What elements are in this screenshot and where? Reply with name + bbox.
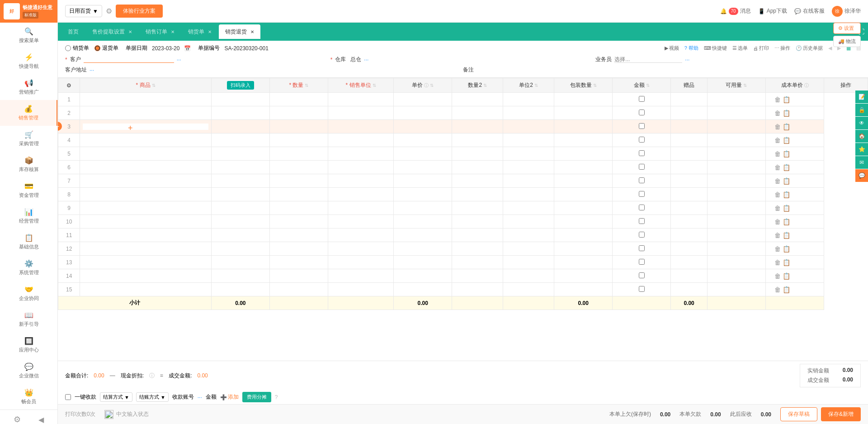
price-cell[interactable] bbox=[328, 106, 393, 120]
qty2-cell[interactable] bbox=[394, 256, 452, 269]
unit-cell[interactable] bbox=[269, 174, 328, 188]
notice-btn[interactable]: 🔔 70 消息 bbox=[720, 7, 751, 15]
app-download-btn[interactable]: 📱 App下载 bbox=[758, 7, 787, 15]
copy-row-btn[interactable]: 📋 bbox=[783, 150, 790, 157]
amount-cell[interactable] bbox=[554, 201, 613, 215]
user-info[interactable]: 徐 徐泽华 bbox=[832, 6, 861, 17]
qty-cell[interactable] bbox=[211, 161, 269, 174]
copy-row-btn[interactable]: 📋 bbox=[783, 110, 790, 117]
tab-sale-delivery[interactable]: 销货单 ✕ bbox=[182, 24, 218, 39]
goods-cell[interactable]: + bbox=[80, 120, 211, 133]
unit-cell[interactable] bbox=[269, 256, 328, 269]
save-draft-btn[interactable]: 保存草稿 bbox=[780, 407, 817, 421]
qty-cell[interactable] bbox=[211, 256, 269, 269]
goods-cell[interactable] bbox=[80, 256, 211, 269]
cost-cell[interactable] bbox=[707, 215, 765, 229]
calendar-icon[interactable]: 📅 bbox=[184, 45, 191, 52]
sort-icon[interactable]: ⇅ bbox=[373, 83, 376, 88]
gift-cell[interactable] bbox=[613, 188, 671, 201]
price-cell[interactable] bbox=[328, 120, 393, 133]
copy-row-btn[interactable]: 📋 bbox=[783, 272, 790, 280]
fee-split-btn[interactable]: 费用分摊 bbox=[242, 392, 271, 402]
sort-icon[interactable]: ⇅ bbox=[743, 83, 747, 88]
industry-select[interactable]: 日用百货 ▼ bbox=[65, 5, 102, 17]
available-cell[interactable] bbox=[671, 93, 708, 106]
gift-checkbox[interactable] bbox=[639, 245, 645, 251]
sidebar-item-system[interactable]: ⚙️ 系统管理 bbox=[0, 255, 57, 281]
available-cell[interactable] bbox=[671, 174, 708, 188]
unit-cell[interactable] bbox=[269, 93, 328, 106]
sidebar-item-apps[interactable]: 🔲 应用中心 bbox=[0, 332, 57, 358]
gift-cell[interactable] bbox=[613, 283, 671, 296]
goods-cell[interactable] bbox=[80, 201, 211, 215]
cost-cell[interactable] bbox=[707, 256, 765, 269]
unit-cell[interactable] bbox=[269, 242, 328, 256]
gift-cell[interactable] bbox=[613, 201, 671, 215]
copy-row-btn[interactable]: 📋 bbox=[783, 259, 790, 266]
select-order-btn[interactable]: ☰ 选单 bbox=[732, 45, 748, 52]
gift-checkbox[interactable] bbox=[639, 150, 645, 156]
sort-icon[interactable]: ⇅ bbox=[646, 83, 650, 88]
goods-cell[interactable] bbox=[80, 133, 211, 147]
collapse-icon[interactable]: ◀ bbox=[38, 415, 44, 424]
price-cell[interactable] bbox=[328, 242, 393, 256]
available-cell[interactable] bbox=[671, 147, 708, 161]
qty2-cell[interactable] bbox=[394, 147, 452, 161]
history-btn[interactable]: 🕐 历史单据 bbox=[796, 45, 823, 52]
available-cell[interactable] bbox=[671, 229, 708, 242]
amount-cell[interactable] bbox=[554, 256, 613, 269]
right-edge-lock[interactable]: 🔒 bbox=[855, 104, 868, 116]
amount-cell[interactable] bbox=[554, 242, 613, 256]
gift-cell[interactable] bbox=[613, 215, 671, 229]
sidebar-item-purchase[interactable]: 🛒 采购管理 bbox=[0, 126, 57, 152]
price-cell[interactable] bbox=[328, 256, 393, 269]
experience-btn[interactable]: 体验行业方案 bbox=[116, 5, 163, 18]
unit-cell[interactable] bbox=[269, 147, 328, 161]
delete-row-btn[interactable]: 🗑 bbox=[774, 164, 781, 171]
copy-row-btn[interactable]: 📋 bbox=[783, 232, 790, 239]
gift-cell[interactable] bbox=[613, 93, 671, 106]
gift-cell[interactable] bbox=[613, 147, 671, 161]
price-cell[interactable] bbox=[328, 174, 393, 188]
qty-cell[interactable] bbox=[211, 229, 269, 242]
sidebar-item-inventory[interactable]: 📦 库存核算 bbox=[0, 152, 57, 177]
unit-cell[interactable] bbox=[269, 215, 328, 229]
tab-sale-price[interactable]: 售价提取设置 ✕ bbox=[86, 24, 138, 39]
cost-cell[interactable] bbox=[707, 269, 765, 283]
right-edge-house[interactable]: 🏠 bbox=[855, 130, 868, 143]
unit2-cell[interactable] bbox=[452, 188, 503, 201]
goods-cell[interactable] bbox=[80, 174, 211, 188]
sort-icon[interactable]: ⇅ bbox=[430, 83, 434, 88]
pkg-cell[interactable] bbox=[503, 242, 554, 256]
qty2-cell[interactable] bbox=[394, 93, 452, 106]
unit2-cell[interactable] bbox=[452, 229, 503, 242]
prev-record-btn[interactable]: ◀ bbox=[828, 45, 832, 51]
unit2-cell[interactable] bbox=[452, 215, 503, 229]
available-cell[interactable] bbox=[671, 256, 708, 269]
price-cell[interactable] bbox=[328, 188, 393, 201]
close-tab-icon[interactable]: ✕ bbox=[208, 29, 212, 34]
cost-cell[interactable] bbox=[707, 283, 765, 296]
copy-row-btn[interactable]: 📋 bbox=[783, 205, 790, 212]
unit2-cell[interactable] bbox=[452, 133, 503, 147]
right-edge-note[interactable]: 📝 bbox=[855, 91, 868, 103]
delete-row-btn[interactable]: 🗑 bbox=[774, 259, 781, 266]
gift-cell[interactable] bbox=[613, 242, 671, 256]
qty2-cell[interactable] bbox=[394, 106, 452, 120]
sidebar-item-sales[interactable]: 💰 销售管理 bbox=[0, 100, 57, 126]
unit-cell[interactable] bbox=[269, 229, 328, 242]
goods-input[interactable] bbox=[83, 124, 208, 130]
customer-dots[interactable]: ··· bbox=[177, 57, 181, 63]
pkg-cell[interactable] bbox=[503, 106, 554, 120]
cost-cell[interactable] bbox=[707, 120, 765, 133]
goods-cell[interactable] bbox=[80, 161, 211, 174]
staff-dots[interactable]: ··· bbox=[685, 57, 689, 63]
sidebar-item-basic[interactable]: 📋 基础信息 bbox=[0, 229, 57, 255]
one-click-payment-checkbox[interactable] bbox=[65, 394, 71, 400]
gift-checkbox[interactable] bbox=[639, 177, 645, 183]
available-cell[interactable] bbox=[671, 188, 708, 201]
close-tab-icon[interactable]: ✕ bbox=[128, 29, 132, 34]
amount-cell[interactable] bbox=[554, 283, 613, 296]
customer-input[interactable] bbox=[84, 56, 174, 63]
price-cell[interactable] bbox=[328, 161, 393, 174]
